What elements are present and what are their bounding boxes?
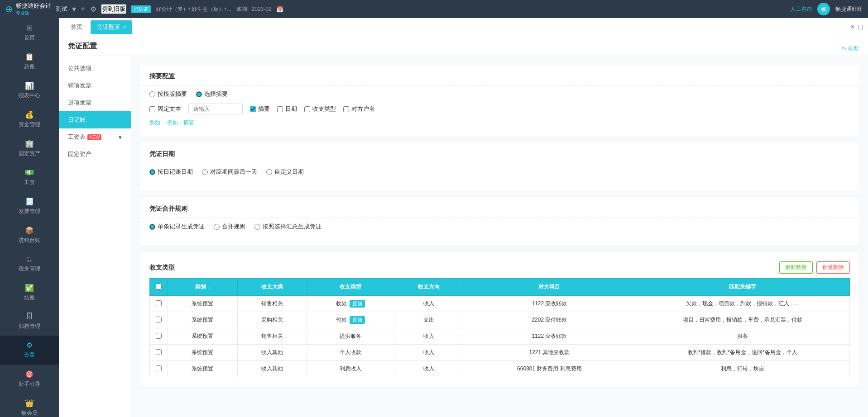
checkbox-date[interactable]: 日期 (277, 105, 297, 113)
sidebar-item-invoice[interactable]: 🧾 发票管理 (0, 192, 59, 221)
date-section-body: 按日记账日期 对应期间最后一天 自定义日期 (140, 163, 859, 190)
left-nav-diary[interactable]: 日记账 (59, 111, 131, 128)
tab-voucher-config[interactable]: 凭证配置 × (91, 20, 132, 34)
plus-icon[interactable]: + (81, 5, 86, 14)
row-checkbox-cell[interactable] (150, 312, 168, 328)
reset-button[interactable]: 置顶 (350, 316, 365, 324)
sidebar-item-tax[interactable]: 🗂 税务管理 (0, 250, 59, 278)
sidebar-item-settle[interactable]: ✅ 结账 (0, 278, 59, 307)
sidebar-item-guide[interactable]: 🎯 新手引导 (0, 365, 59, 393)
left-nav-sales-invoice[interactable]: 销项发票 (59, 77, 131, 94)
payroll-expand-icon[interactable]: ▾ (119, 134, 122, 141)
refresh-button[interactable]: ↻ 刷新 (842, 45, 859, 52)
batch-delete-button[interactable]: 批量删除 (816, 261, 850, 274)
radio-diary-input[interactable] (149, 169, 155, 175)
checkbox-counterpart[interactable]: 对方户名 (343, 105, 375, 113)
checkbox-counterpart-input[interactable] (343, 106, 349, 112)
sidebar-item-reports[interactable]: 📊 报表中心 (0, 76, 59, 105)
left-nav-fixed-assets[interactable]: 固定资产 (59, 146, 131, 163)
sidebar-item-ledger[interactable]: 📋 总账 (0, 47, 59, 76)
date-radio-diary[interactable]: 按日记账日期 (149, 168, 193, 176)
merge-radio-rules[interactable]: 合并规则 (214, 223, 245, 231)
checkbox-fixed-text-input[interactable] (149, 106, 155, 112)
summary-section-body: 按模版摘要 选择摘要 固定文本 (140, 85, 859, 136)
row-checkbox[interactable] (156, 300, 162, 306)
left-nav: 公共选项 销项发票 进项发票 日记账 工资表 NEW ▾ (59, 56, 131, 417)
sidebar-item-home-label: 首页 (24, 34, 35, 42)
radio-select-input[interactable] (196, 91, 202, 97)
row-category: 系统预置 (168, 328, 238, 345)
merge-radio-summary[interactable]: 按照选择汇总生成凭证 (254, 223, 321, 231)
tab-home[interactable]: 首页 (64, 20, 89, 34)
row-checkbox-cell[interactable] (150, 345, 168, 361)
table-row: 系统预置采购相关付款置顶支出2202 应付账款项目，日常费用，报销款，车费，承兑… (150, 312, 850, 328)
checkbox-fixed-text[interactable]: 固定文本 (149, 105, 181, 113)
row-checkbox-cell[interactable] (150, 328, 168, 345)
page-title: 凭证配置 (68, 42, 97, 56)
checkbox-date-input[interactable] (277, 106, 283, 112)
radio-rules-input[interactable] (214, 224, 220, 230)
sidebar-item-member[interactable]: 👑 畅会员 (0, 393, 59, 417)
merge-radio-single[interactable]: 单条记录生成凭证 (149, 223, 205, 231)
checkbox-income-type[interactable]: 收支类型 (304, 105, 336, 113)
calendar-icon[interactable]: 📅 (276, 6, 283, 13)
left-nav-purchase-invoice[interactable]: 进项发票 (59, 94, 131, 111)
row-checkbox-cell[interactable] (150, 361, 168, 377)
row-category: 系统预置 (168, 296, 238, 312)
summary-radio-select[interactable]: 选择摘要 (196, 90, 228, 98)
row-type: 提供服务 (307, 328, 394, 345)
sidebar-item-settings[interactable]: ⚙ 设置 (0, 336, 59, 365)
salary-icon: 💵 (25, 168, 34, 177)
update-count-button[interactable]: 更新数量 (779, 261, 813, 274)
main-layout: ⊞ 首页 📋 总账 📊 报表中心 💰 资金管理 🏢 固定资产 💵 工资 🧾 发票… (0, 18, 868, 417)
sidebar-item-archive[interactable]: 🗄 归档管理 (0, 307, 59, 336)
sidebar-item-purchase-sales[interactable]: 📦 进销台账 (0, 221, 59, 250)
checkbox-income-type-input[interactable] (304, 106, 310, 112)
consult-button[interactable]: 人工咨询 (790, 5, 812, 13)
tab-close-icon[interactable]: × (123, 24, 126, 30)
table-row: 系统预置销售相关收款置顶收入1122 应收账款欠款，现金，项目款，到款，报销款，… (150, 296, 850, 312)
guide-icon: 🎯 (25, 370, 34, 379)
row-checkbox[interactable] (156, 365, 162, 371)
row-checkbox[interactable] (156, 317, 162, 322)
sidebar-item-salary[interactable]: 💵 工资 (0, 163, 59, 192)
radio-single-input[interactable] (149, 224, 155, 230)
table-header-main-type: 收支大类 (237, 279, 307, 296)
expand-window-button[interactable]: □ (858, 23, 863, 31)
radio-summary-input[interactable] (254, 224, 260, 230)
row-checkbox-cell[interactable] (150, 296, 168, 312)
date-radio-period[interactable]: 对应期间最后一天 (202, 168, 257, 176)
table-header-actions: 更新数量 批量删除 (779, 257, 850, 278)
inner-layout: 公共选项 销项发票 进项发票 日记账 工资表 NEW ▾ (59, 56, 868, 417)
row-account: 1122 应收账款 (464, 328, 635, 345)
settings-icon[interactable]: ⚙ (90, 5, 96, 14)
merge-section: 凭证合并规则 单条记录生成凭证 合并规则 (140, 198, 859, 245)
sidebar-item-assets[interactable]: 🏢 固定资产 (0, 134, 59, 163)
left-nav-payroll[interactable]: 工资表 NEW ▾ (59, 128, 131, 146)
radio-custom-input[interactable] (266, 169, 272, 175)
radio-template-input[interactable] (149, 91, 155, 97)
left-nav-public[interactable]: 公共选项 (59, 60, 131, 77)
fixed-text-input[interactable] (188, 104, 243, 114)
sidebar-item-home[interactable]: ⊞ 首页 (0, 18, 59, 47)
table-header-checkbox[interactable] (150, 279, 168, 296)
row-checkbox[interactable] (156, 333, 162, 339)
reset-button[interactable]: 置顶 (350, 300, 365, 308)
table-select-all[interactable] (156, 284, 162, 289)
dropdown-icon[interactable]: ▾ (72, 4, 76, 14)
close-window-button[interactable]: × (850, 23, 854, 31)
checkbox-summary[interactable]: 摘要 (250, 105, 270, 113)
row-checkbox[interactable] (156, 349, 162, 355)
checkbox-summary-input[interactable] (250, 106, 256, 112)
summary-radio-template[interactable]: 按模版摘要 (149, 90, 187, 98)
old-version-button[interactable]: 切到旧版 (101, 4, 126, 14)
sidebar-item-funds[interactable]: 💰 资金管理 (0, 105, 59, 134)
row-keywords: 欠款，现金，项目款，到款，报销款，汇入，... (635, 296, 850, 312)
content-area: 首页 凭证配置 × × □ 凭证配置 ↻ 刷新 (59, 18, 868, 417)
radio-period-input[interactable] (202, 169, 208, 175)
summary-section-title: 摘要配置 (140, 65, 859, 85)
funds-icon: 💰 (25, 110, 34, 119)
date-radio-custom[interactable]: 自定义日期 (266, 168, 304, 176)
test-label: 测试 (56, 5, 67, 13)
sidebar-item-guide-label: 新手引导 (19, 380, 40, 388)
